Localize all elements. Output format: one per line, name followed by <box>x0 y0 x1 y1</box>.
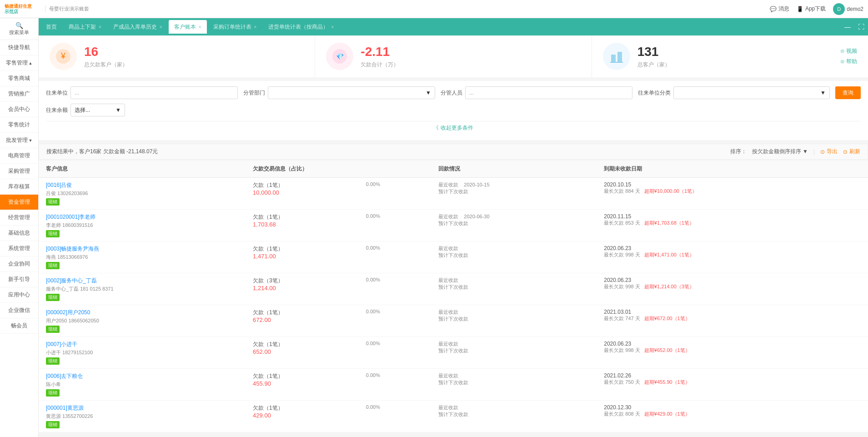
tab-product-history[interactable]: 产成品入库单历史 × <box>108 20 168 34</box>
filter-select-category[interactable]: ▼ <box>673 86 830 99</box>
tab-stock-stats[interactable]: 进货单统计表（按商品） × <box>263 20 339 34</box>
overdue-link-1[interactable]: 超期¥1,703.68（1笔） <box>644 220 694 226</box>
app-download-btn[interactable]: 📱 App下载 <box>797 5 826 13</box>
table-header-row: 客户信息 欠款交易信息（占比） 回款情况 到期未收款日期 <box>39 161 868 178</box>
td-customer-6: [0006]去下粮仓 陈小希 现销 <box>39 369 246 401</box>
tab-maximize-btn[interactable]: ⛶ <box>856 23 866 30</box>
customer-sub-2: 海燕 18513066976 <box>46 254 238 261</box>
customer-name-0[interactable]: [0016]吕俊 <box>46 181 238 189</box>
debt-amount-1[interactable]: 1,703.68 <box>253 221 351 228</box>
export-btn[interactable]: ⊙ 导出 <box>820 148 838 156</box>
sidebar-item-basic-info[interactable]: 基础信息 <box>0 226 38 241</box>
overdue-days-4: 最长欠款 747 天 超期¥672.00（1笔） <box>604 315 861 322</box>
sidebar-item-inventory[interactable]: 库存核算 <box>0 179 38 195</box>
customer-name-2[interactable]: [0003]畅捷服务尹海燕 <box>46 245 238 253</box>
customer-name-5[interactable]: [0007]小进干 <box>46 341 238 348</box>
th-debt-info: 欠款交易信息（占比） <box>246 161 431 178</box>
customer-name-7[interactable]: [000001]黄思源 <box>46 404 238 412</box>
sidebar-item-guide[interactable]: 新手引导 <box>0 272 38 287</box>
sidebar-item-retail-stats[interactable]: 零售统计 <box>0 117 38 133</box>
search-button[interactable]: 查询 <box>835 86 861 99</box>
result-actions: 排序： 按欠款金额倒序排序 ▼ | ⊙ 导出 ⊙ 刷新 <box>730 148 860 156</box>
sidebar-item-wework[interactable]: 企业微信 <box>0 303 38 318</box>
debt-amount-3[interactable]: 1,214.00 <box>253 285 351 291</box>
sidebar-item-retail-mgmt[interactable]: 零售管理 ▲ <box>0 55 38 71</box>
filter-label-category: 往来单位分类 <box>638 89 671 97</box>
tab-minimize-btn[interactable]: — <box>843 23 853 30</box>
tab-home[interactable]: 首页 <box>40 20 62 34</box>
overdue-link-5[interactable]: 超期¥652.00（1笔） <box>644 347 690 353</box>
debt-ratio-5: 0.00% <box>366 341 424 346</box>
overdue-link-0[interactable]: 超期¥10,000.00（1笔） <box>644 188 697 194</box>
overdue-link-4[interactable]: 超期¥672.00（1笔） <box>644 316 690 321</box>
result-divider: | <box>813 149 815 155</box>
customer-name-4[interactable]: [000002]用户2050 <box>46 309 238 316</box>
next-collect-7: 预计下次收款 <box>438 411 589 418</box>
tab-product-history-close[interactable]: × <box>160 25 162 30</box>
sidebar: 🔍 搜索菜单 快捷导航 零售管理 ▲ 零售商城 营销推广 会员中心 零售统计 批… <box>0 18 39 437</box>
sidebar-item-members[interactable]: 会员中心 <box>0 102 38 117</box>
filter-label-person: 分管人员 <box>441 89 462 97</box>
debt-amount-4[interactable]: 672.00 <box>253 316 351 323</box>
tab-customer-ledger[interactable]: 客户账本 × <box>169 20 207 34</box>
debt-amount-0[interactable]: 10,000.00 <box>253 189 351 196</box>
tag-xian-6: 现销 <box>46 389 60 397</box>
th-collect-info: 回款情况 <box>431 161 597 178</box>
sidebar-item-system[interactable]: 系统管理 <box>0 241 38 256</box>
tab-purchase-order-close[interactable]: × <box>254 25 257 30</box>
sidebar-item-operations[interactable]: 经营管理 <box>0 210 38 226</box>
customer-name-6[interactable]: [0006]去下粮仓 <box>46 372 238 380</box>
debt-amount-5[interactable]: 652.00 <box>253 348 351 355</box>
next-collect-5: 预计下次收款 <box>438 347 589 354</box>
sidebar-item-nav[interactable]: 快捷导航 <box>0 40 38 55</box>
user-avatar-btn[interactable]: D demo2 <box>833 3 863 15</box>
customer-name-1[interactable]: [0001020001]李老师 <box>46 213 238 221</box>
collect-label-1: 最近收款 2020-06-30 <box>438 213 589 220</box>
message-btn[interactable]: 💬 消息 <box>770 5 789 13</box>
sidebar-item-purchase[interactable]: 采购管理 <box>0 164 38 179</box>
customer-name-3[interactable]: [0002]服务中心_丁磊 <box>46 277 238 285</box>
tag-xian-3: 现销 <box>46 294 60 301</box>
table-row: [0001020001]李老师 李老师 18600391516 现销 欠款（1笔… <box>39 210 868 241</box>
tab-product-listing-close[interactable]: × <box>99 25 101 30</box>
tab-customer-ledger-close[interactable]: × <box>199 25 201 30</box>
sidebar-item-retail-mall[interactable]: 零售商城 <box>0 71 38 86</box>
overdue-link-6[interactable]: 超期¥455.90（1笔） <box>644 379 690 385</box>
collapse-btn[interactable]: 《 收起更多条件 <box>46 121 861 135</box>
sort-select[interactable]: 按欠款金额倒序排序 ▼ <box>752 148 808 156</box>
help-link[interactable]: ⊙ 帮助 <box>840 58 857 65</box>
sidebar-item-ecommerce[interactable]: 电商管理 <box>0 148 38 164</box>
sidebar-item-changhui[interactable]: 畅会员 <box>0 318 38 334</box>
tag-xian-5: 现销 <box>46 357 60 365</box>
page-content: ¥ 16 总欠款客户（家） 💎 <box>39 35 868 437</box>
video-link[interactable]: ⊙ 视频 <box>840 47 857 55</box>
overdue-link-2[interactable]: 超期¥1,471.00（1笔） <box>644 252 694 257</box>
td-collect-1: 最近收款 2020-06-30 预计下次收款 <box>431 210 597 241</box>
filter-input-unit[interactable]: ... <box>70 86 238 99</box>
search-menu-label: 搜索菜单 <box>2 29 36 36</box>
td-debt-7: 欠款（1笔） 429.00 <box>246 401 359 432</box>
sidebar-item-collab[interactable]: 企业协同 <box>0 256 38 272</box>
refresh-btn[interactable]: ⊙ 刷新 <box>843 148 860 156</box>
td-collect-0: 最近收款 2020-10-15 预计下次收款 <box>431 178 597 210</box>
overdue-link-7[interactable]: 超期¥429.00（1笔） <box>644 411 690 417</box>
debt-amount-6[interactable]: 455.90 <box>253 380 351 387</box>
tab-purchase-order[interactable]: 采购订单统计表 × <box>208 20 262 34</box>
overdue-link-3[interactable]: 超期¥1,214.00（3笔） <box>644 284 694 289</box>
filter-select-dept[interactable]: ▼ <box>268 86 435 99</box>
sidebar-item-finance[interactable]: 资金管理 <box>0 195 38 210</box>
search-menu-item[interactable]: 🔍 搜索菜单 <box>0 18 38 40</box>
table-row: [0003]畅捷服务尹海燕 海燕 18513066976 现销 欠款（1笔） 1… <box>39 241 868 273</box>
debt-amount-7[interactable]: 429.00 <box>253 412 351 419</box>
debt-amount-2[interactable]: 1,471.00 <box>253 253 351 260</box>
tab-product-listing[interactable]: 商品上下架 × <box>63 20 107 34</box>
filter-input-person[interactable]: ... <box>465 86 632 99</box>
sidebar-item-marketing[interactable]: 营销推广 <box>0 86 38 102</box>
sidebar-item-wholesale-mgmt[interactable]: 批发管理 ▼ <box>0 133 38 148</box>
stat-value-total-customers: 131 <box>637 44 840 60</box>
filter-select-balance[interactable]: 选择... ▼ <box>70 104 125 116</box>
content-area: 首页 商品上下架 × 产成品入库单历史 × 客户账本 × 采购订单统计表 × 进… <box>39 18 868 437</box>
stat-info-total: 131 总客户（家） <box>637 44 840 69</box>
tab-stock-stats-close[interactable]: × <box>331 25 334 30</box>
sidebar-item-appstore[interactable]: 应用中心 <box>0 287 38 303</box>
